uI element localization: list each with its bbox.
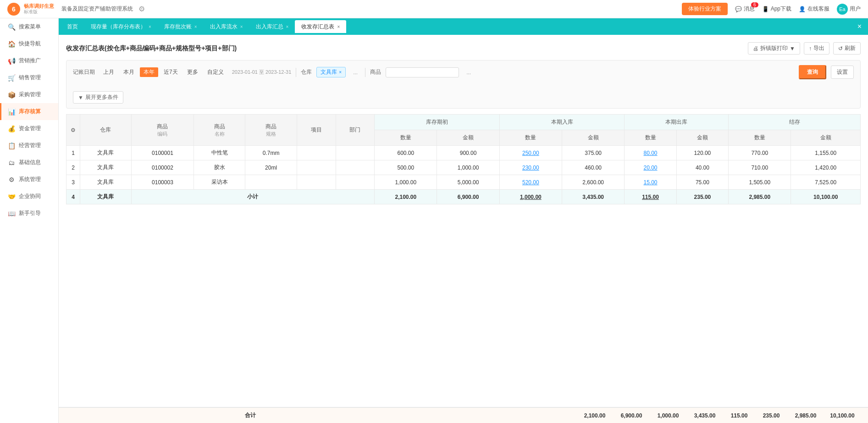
subtotal-closing-amt: 10,100.00 — [791, 190, 861, 204]
goods-filter-input[interactable] — [390, 69, 445, 76]
warehouse-tag-text: 文具库 — [321, 68, 337, 76]
tab-recv-send-summary[interactable]: 收发存汇总表 × — [295, 20, 346, 33]
goods-filter-input-wrapper[interactable] — [386, 67, 459, 77]
date-opt-custom[interactable]: 自定义 — [204, 67, 227, 77]
tab-inventory-dist-close[interactable]: × — [149, 24, 151, 29]
sidebar-item-sales[interactable]: 🛒 销售管理 — [0, 69, 58, 86]
warehouse-tag-close[interactable]: × — [339, 70, 342, 75]
cell-in-qty-0[interactable]: 250.00 — [499, 146, 562, 160]
date-options: 上月 本月 本年 近7天 更多 自定义 — [100, 67, 227, 77]
date-opt-this-year[interactable]: 本年 — [140, 67, 158, 77]
settings-icon[interactable]: ⚙ — [138, 5, 145, 13]
cell-closing-qty-2: 1,505.00 — [729, 175, 791, 190]
print-button[interactable]: 🖨 拆镇版打印 ▼ — [748, 42, 800, 55]
th-settings[interactable]: ⚙ — [66, 115, 80, 146]
tab-inout-flow-close[interactable]: × — [240, 24, 243, 29]
notifications-item[interactable]: 💬 消息 6 — [735, 5, 755, 13]
sidebar-item-label-basic: 基础信息 — [19, 159, 41, 166]
th-in-qty: 数量 — [499, 130, 562, 146]
tab-inout-summary[interactable]: 出入库汇总 × — [249, 20, 295, 33]
sidebar-item-enterprise[interactable]: 🤝 企业协同 — [0, 188, 58, 205]
total-label: 合计 — [80, 412, 420, 419]
cell-dept-1 — [336, 160, 374, 175]
goods-filter-label: 商品 — [370, 68, 381, 76]
filter-divider-1 — [296, 68, 296, 77]
sidebar-item-finance[interactable]: 💰 资金管理 — [0, 120, 58, 137]
cell-out-amt-2: 75.00 — [676, 175, 728, 190]
tab-batch-account[interactable]: 库存批次账 × — [158, 20, 204, 33]
cell-spec-0: 0.7mm — [245, 146, 297, 160]
cell-project-0 — [297, 146, 336, 160]
th-out-amt: 金额 — [676, 130, 728, 146]
refresh-button[interactable]: ↺ 刷新 — [833, 42, 861, 55]
system-icon: ⚙ — [8, 176, 15, 183]
inventory-icon: 📊 — [8, 108, 15, 115]
cell-spec-1: 20ml — [245, 160, 297, 175]
date-opt-last-month[interactable]: 上月 — [100, 67, 118, 77]
app-download-item[interactable]: 📱 App下载 — [762, 5, 791, 13]
date-opt-more[interactable]: 更多 — [183, 67, 202, 77]
tab-home[interactable]: 首页 — [61, 20, 84, 33]
sidebar-item-purchase[interactable]: 📦 采购管理 — [0, 86, 58, 103]
tab-batch-account-close[interactable]: × — [194, 24, 197, 29]
total-opening-qty: 2,100.00 — [576, 412, 613, 419]
sidebar-item-basic[interactable]: 🗂 基础信息 — [0, 154, 58, 171]
th-goods-name: 商品名称 — [194, 115, 245, 146]
table-row: 2 文具库 0100002 胶水 20ml 500.00 1,000.00 23… — [66, 160, 861, 175]
settings-filter-button[interactable]: 设置 — [831, 66, 854, 79]
gear-icon[interactable]: ⚙ — [71, 127, 76, 133]
warehouse-filter-more[interactable]: ... — [350, 68, 360, 77]
sidebar-item-label-newbie: 新手引导 — [19, 209, 41, 217]
cell-in-qty-2[interactable]: 520.00 — [499, 175, 562, 190]
cell-out-qty-0[interactable]: 80.00 — [625, 146, 676, 160]
sidebar-item-search[interactable]: 🔍 搜索菜单 — [0, 18, 58, 35]
print-icon: 🖨 — [753, 45, 758, 52]
app-download-label: App下载 — [771, 5, 791, 13]
cell-out-qty-2[interactable]: 15.00 — [625, 175, 676, 190]
subtotal-out-amt: 235.00 — [676, 190, 728, 204]
th-warehouse: 仓库 — [80, 115, 132, 146]
cell-closing-amt-0: 1,155.00 — [791, 146, 861, 160]
cell-opening-qty-1: 500.00 — [375, 160, 437, 175]
sidebar-item-inventory[interactable]: 📊 库存核算 — [0, 103, 58, 120]
tab-inventory-dist[interactable]: 现存量（库存分布表） × — [84, 20, 158, 33]
expand-filter-button[interactable]: ▼ 展开更多条件 — [73, 91, 123, 104]
cell-opening-qty-0: 600.00 — [375, 146, 437, 160]
user-item[interactable]: Ea 用户 — [837, 4, 861, 15]
sidebar: 🔍 搜索菜单 🏠 快捷导航 📢 营销推广 🛒 销售管理 📦 采购管理 📊 库存核… — [0, 18, 59, 423]
basic-icon: 🗂 — [8, 159, 15, 166]
sidebar-item-label-quick_nav: 快捷导航 — [19, 40, 41, 48]
tab-batch-account-label: 库存批次账 — [164, 23, 192, 31]
export-button[interactable]: ↑ 导出 — [804, 42, 829, 55]
query-button[interactable]: 查询 — [799, 65, 826, 79]
app-logo-text: 畅库调好生意 — [24, 3, 54, 9]
tab-inout-summary-close[interactable]: × — [286, 24, 289, 29]
goods-filter-more[interactable]: ... — [464, 68, 474, 77]
th-group-in: 本期入库 — [499, 115, 625, 130]
page-title: 收发存汇总表(按仓库+商品编码+商品+规格型号+项目+部门) — [66, 44, 237, 53]
tab-inout-flow[interactable]: 出入库流水 × — [204, 20, 249, 33]
subtotal-opening-qty: 2,100.00 — [375, 190, 437, 204]
sidebar-item-operations[interactable]: 📋 经营管理 — [0, 137, 58, 154]
sidebar-item-system[interactable]: ⚙ 系统管理 — [0, 171, 58, 188]
sidebar-item-marketing[interactable]: 📢 营销推广 — [0, 52, 58, 69]
tab-recv-send-summary-close[interactable]: × — [337, 24, 340, 29]
expand-filter-label: 展开更多条件 — [85, 93, 118, 101]
cell-in-qty-1[interactable]: 230.00 — [499, 160, 562, 175]
warehouse-tag[interactable]: 文具库 × — [316, 67, 346, 77]
experience-button[interactable]: 体验行业方案 — [682, 3, 728, 15]
sidebar-item-label-search: 搜索菜单 — [19, 23, 41, 31]
date-opt-this-month[interactable]: 本月 — [120, 67, 138, 77]
date-opt-7days[interactable]: 近7天 — [160, 67, 182, 77]
online-service-item[interactable]: 👤 在线客服 — [799, 5, 829, 13]
cell-out-qty-1[interactable]: 20.00 — [625, 160, 676, 175]
sidebar-item-newbie[interactable]: 📖 新手引导 — [0, 205, 58, 222]
tab-bar-close-all[interactable]: × — [853, 22, 866, 31]
app-logo: 6 — [7, 3, 20, 16]
warehouse-filter-label: 仓库 — [301, 68, 312, 76]
subtotal-in-qty: 1,000.00 — [499, 190, 562, 204]
service-icon: 👤 — [799, 6, 806, 12]
th-in-amt: 金额 — [562, 130, 625, 146]
cell-opening-amt-2: 5,000.00 — [437, 175, 499, 190]
sidebar-item-quick_nav[interactable]: 🏠 快捷导航 — [0, 35, 58, 52]
